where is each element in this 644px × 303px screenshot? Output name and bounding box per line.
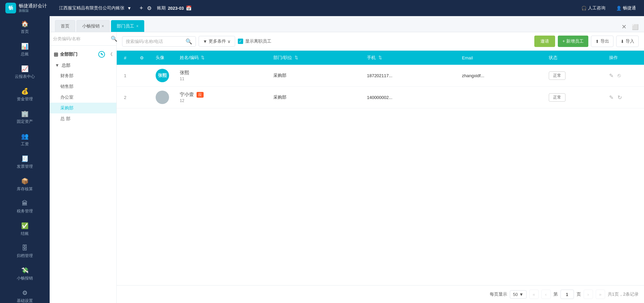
collapse-arrow[interactable]: 《 — [108, 52, 112, 57]
app-logo-icon: 畅 — [5, 3, 16, 13]
close-window-btn[interactable]: ✕ — [622, 23, 627, 31]
salary-icon: 👥 — [21, 133, 29, 140]
sidebar-item-assets[interactable]: 🏢 固定资产 — [0, 106, 50, 129]
sidebar-label-reports: 云报表中心 — [15, 74, 35, 80]
sidebar-label-archive: 归档管理 — [17, 253, 33, 259]
col-status: 状态 — [543, 51, 604, 65]
next-page-btn[interactable]: › — [584, 290, 593, 299]
refresh-icon-2[interactable]: ↻ — [618, 94, 622, 101]
calendar-icon[interactable]: 📅 — [186, 5, 192, 11]
search-icon[interactable]: 🔍 — [185, 38, 192, 45]
dept-search-input[interactable] — [53, 36, 109, 41]
sidebar-item-tax[interactable]: 🏛 税务管理 — [0, 196, 50, 218]
settings-button[interactable]: ⚙ — [147, 5, 152, 11]
dept-item-headquarter[interactable]: 总 部 — [50, 113, 116, 124]
show-resigned-toggle[interactable]: ✓ 显示离职员工 — [238, 38, 271, 44]
dept-item-office[interactable]: 办公室 — [50, 92, 116, 103]
tab-department[interactable]: 部门员工 × — [111, 20, 144, 32]
sidebar-item-salary[interactable]: 👥 工资 — [0, 129, 50, 151]
name-sort-icon: ⇅ — [201, 55, 205, 60]
table-row: 1 张熙 张熙 11 — [117, 65, 644, 87]
sidebar-item-reports[interactable]: 📈 云报表中心 — [0, 61, 50, 84]
employee-search-input[interactable] — [126, 39, 184, 44]
dept-item-finance[interactable]: 财务部 — [50, 70, 116, 81]
col-settings[interactable]: ⚙ — [133, 51, 150, 65]
sidebar-item-checkout[interactable]: ✅ 结账 — [0, 218, 50, 241]
employee-name-1: 张熙 — [180, 70, 263, 76]
page-content: 🔍 ⊞ 全部部门 ✎ 《 ▼ 总部 财务部 销售部 办公室 — [50, 32, 644, 303]
per-page-select[interactable]: 50 ▼ — [510, 290, 526, 299]
inventory-icon: 📦 — [21, 178, 29, 185]
dept-item-sales[interactable]: 销售部 — [50, 81, 116, 92]
sidebar-item-home[interactable]: 🏠 首页 — [0, 16, 50, 39]
row-dept-2: 采购部 — [268, 87, 362, 108]
sidebar-item-invoice[interactable]: 🧾 发票管理 — [0, 151, 50, 173]
archive-icon: 🗄 — [22, 245, 28, 252]
sidebar-item-archive[interactable]: 🗄 归档管理 — [0, 241, 50, 263]
sidebar-label-salary: 工资 — [21, 141, 29, 147]
table-row: 2 宁小壹 应 — [117, 87, 644, 108]
period-value: 2023-03 — [168, 6, 184, 11]
col-phone[interactable]: 手机 ⇅ — [362, 51, 457, 65]
logo-area: 畅 畅捷通好会计 旗舰版 — [5, 3, 55, 13]
edit-icon-1[interactable]: ✎ — [609, 72, 613, 79]
tab-expense-close[interactable]: × — [102, 24, 104, 29]
company-selector[interactable]: 江西服宝精品有限责任公司内账张 ▼ — [55, 4, 136, 12]
collapse-btn[interactable]: ✎ — [98, 51, 105, 58]
import-btn[interactable]: ⬇ 导入 — [616, 36, 639, 47]
sidebar-label-expense: 小畅报销 — [17, 275, 33, 281]
add-button[interactable]: + — [140, 5, 143, 12]
tab-department-close[interactable]: × — [136, 24, 139, 29]
finance-icon: 💰 — [21, 88, 29, 95]
col-name[interactable]: 姓名/编码 ⇅ — [174, 51, 268, 65]
export-btn[interactable]: ⬆ 导出 — [591, 36, 613, 47]
reports-icon: 📈 — [21, 65, 29, 72]
sidebar-item-ledger[interactable]: 📊 总账 — [0, 39, 50, 61]
company-name: 江西服宝精品有限责任公司内账张 — [59, 5, 124, 11]
ai-consult-btn[interactable]: 🎧 人工咨询 — [579, 4, 608, 12]
dept-search-icon[interactable]: 🔍 — [111, 36, 117, 42]
sidebar-label-finance: 资金管理 — [17, 96, 33, 102]
all-dept-item[interactable]: ⊞ 全部部门 ✎ 《 — [50, 48, 116, 60]
search-box: 🔍 — [122, 36, 196, 47]
user-avatar[interactable]: 👤 畅捷通 — [613, 4, 639, 12]
row-actions-1: ✎ ⎋ — [604, 65, 644, 87]
app-version: 旗舰版 — [19, 8, 47, 13]
main-layout: 🏠 首页 📊 总账 📈 云报表中心 💰 资金管理 🏢 固定资产 👥 工资 🧾 发… — [0, 16, 644, 303]
dept-parent-zongbu: ▼ 总部 — [50, 60, 116, 70]
tab-home[interactable]: 首页 — [55, 20, 75, 32]
sidebar-item-settings[interactable]: ⚙ 基础设置 — [0, 285, 50, 303]
first-page-btn[interactable]: « — [529, 290, 539, 299]
last-page-btn[interactable]: » — [596, 290, 605, 299]
maximize-btn[interactable]: ⬜ — [632, 24, 639, 30]
sidebar-item-finance[interactable]: 💰 资金管理 — [0, 84, 50, 106]
col-no: # — [117, 51, 133, 65]
col-actions: 操作 — [604, 51, 644, 65]
col-dept[interactable]: 部门/职位 ⇅ — [268, 51, 362, 65]
page-label: 第 — [553, 291, 558, 297]
tab-bar-right: ✕ ⬜ — [622, 23, 639, 32]
employee-panel: 🔍 ▼ 更多条件 ∨ ✓ 显示离职员工 邀请 + 新增员工 — [117, 32, 644, 303]
tab-expense[interactable]: 小畅报销 × — [76, 20, 110, 32]
edit-icon-2[interactable]: ✎ — [609, 94, 613, 101]
toolbar-right: 邀请 + 新增员工 ⬆ 导出 ⬇ 导入 — [534, 36, 639, 47]
row-phone-2: 140000002... — [362, 87, 457, 108]
sidebar-item-inventory[interactable]: 📦 库存核算 — [0, 173, 50, 196]
prev-page-btn[interactable]: ‹ — [541, 290, 551, 299]
import-icon: ⬇ — [621, 39, 624, 44]
filter-icon: ▼ — [203, 39, 207, 44]
app-name: 畅捷通好会计 — [19, 3, 47, 9]
per-page-value: 50 — [513, 292, 518, 297]
invite-btn[interactable]: 邀请 — [534, 36, 555, 47]
expense-icon: 💸 — [21, 267, 29, 274]
page-number-input[interactable] — [560, 290, 574, 299]
col-avatar: 头像 — [150, 51, 174, 65]
row-email-1: zhangxidf... — [457, 65, 543, 87]
dept-item-purchase[interactable]: 采购部 — [50, 103, 116, 113]
add-employee-btn[interactable]: + 新增员工 — [558, 36, 588, 47]
more-filter-btn[interactable]: ▼ 更多条件 ∨ — [199, 36, 235, 47]
logout-icon-1[interactable]: ⎋ — [618, 72, 621, 79]
checkout-icon: ✅ — [21, 222, 29, 230]
sidebar-item-expense[interactable]: 💸 小畅报销 — [0, 263, 50, 285]
resigned-checkbox[interactable]: ✓ — [238, 39, 243, 44]
